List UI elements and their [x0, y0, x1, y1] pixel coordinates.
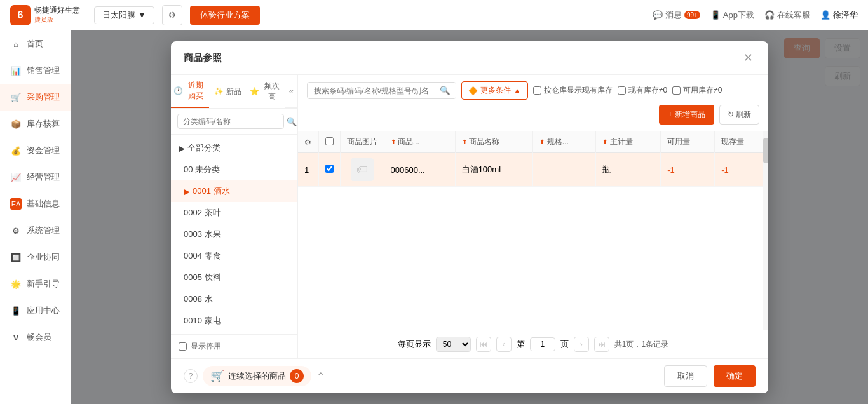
cat-tab-recent[interactable]: 🕐 近期购买 — [171, 75, 209, 108]
sort-icon-code: ⬆ — [391, 138, 396, 145]
left-sidebar: ⌂ 首页 📊 销售管理 🛒 采购管理 📦 库存核算 💰 资金管理 📈 经营管理 … — [0, 30, 71, 404]
th-spec[interactable]: ⬆ 规格... — [533, 131, 596, 153]
filter-icon: 🔶 — [468, 86, 478, 95]
home-icon: ⌂ — [10, 38, 22, 50]
cancel-button[interactable]: 取消 — [664, 365, 707, 387]
refresh-button[interactable]: ↻ 刷新 — [719, 105, 759, 125]
message-badge-item[interactable]: 💬 消息 99+ — [653, 10, 700, 21]
sidebar-item-sales[interactable]: 📊 销售管理 — [0, 57, 71, 84]
filter-button[interactable]: 🔶 更多条件 ▲ — [461, 81, 528, 100]
page-size-select[interactable]: 50 10 20 100 — [436, 337, 471, 352]
sidebar-item-system[interactable]: ⚙ 系统管理 — [0, 217, 71, 244]
operations-icon: 📈 — [10, 172, 22, 183]
show-disabled-toggle[interactable]: 显示停用 — [171, 334, 297, 358]
trial-button[interactable]: 体验行业方案 — [190, 6, 260, 25]
sidebar-item-inventory[interactable]: 📦 库存核算 — [0, 111, 71, 137]
confirm-button[interactable]: 确定 — [714, 365, 756, 387]
td-num: 1 — [298, 153, 318, 187]
message-icon: 💬 — [653, 10, 663, 20]
cat-label-0001: 0001 酒水 — [193, 185, 230, 197]
product-table-wrap: ⚙ 商品图片 ⬆ 商品... — [298, 131, 768, 330]
sidebar-item-enterprise[interactable]: 🔲 企业协同 — [0, 244, 71, 271]
product-search-button[interactable]: 🔍 — [435, 83, 456, 98]
app-download-item[interactable]: 📱 App下载 — [710, 10, 754, 21]
cat-item-0001[interactable]: ▶ 0001 酒水 — [171, 180, 297, 202]
sidebar-item-purchase[interactable]: 🛒 采购管理 — [0, 84, 71, 111]
checkbox-available[interactable] — [672, 86, 681, 95]
th-check — [318, 131, 340, 153]
main-layout: ⌂ 首页 📊 销售管理 🛒 采购管理 📦 库存核算 💰 资金管理 📈 经营管理 … — [0, 30, 868, 404]
sidebar-item-home[interactable]: ⌂ 首页 — [0, 30, 71, 57]
row-checkbox[interactable] — [325, 165, 334, 173]
sidebar-item-apps[interactable]: 📱 应用中心 — [0, 297, 71, 324]
sidebar-label-system: 系统管理 — [27, 225, 60, 236]
page-number-input[interactable] — [530, 337, 555, 351]
th-code[interactable]: ⬆ 商品... — [384, 131, 455, 153]
cat-tab-frequent[interactable]: ⭐ 频次高 — [247, 75, 285, 108]
collapse-footer-button[interactable]: ⌃ — [316, 370, 325, 382]
sidebar-item-finance[interactable]: 💰 资金管理 — [0, 137, 71, 164]
cat-tab-new[interactable]: ✨ 新品 — [209, 75, 247, 108]
cat-tab-frequent-label: 频次高 — [262, 81, 283, 102]
th-name[interactable]: ⬆ 商品名称 — [455, 131, 533, 153]
gear-button[interactable]: ⚙ — [162, 5, 182, 25]
table-scrollbar[interactable] — [763, 131, 768, 330]
cat-item-0008[interactable]: 0008 水 — [171, 288, 297, 310]
sidebar-item-basic[interactable]: EA 基础信息 — [0, 191, 71, 217]
sidebar-label-finance: 资金管理 — [27, 145, 60, 156]
chevron-down-icon: ▼ — [138, 10, 146, 20]
checkbox-warehouse-label[interactable]: 按仓库显示现有库存 — [533, 85, 613, 96]
app-download-label: App下载 — [723, 10, 754, 21]
collapse-category-button[interactable]: « — [285, 75, 297, 108]
checkbox-stock[interactable] — [618, 86, 626, 95]
select-all-checkbox[interactable] — [325, 137, 334, 145]
cat-item-0004[interactable]: 0004 零食 — [171, 245, 297, 267]
filter-arrow-icon: ▲ — [513, 86, 521, 95]
sidebar-item-operations[interactable]: 📈 经营管理 — [0, 164, 71, 191]
checkbox-available-label[interactable]: 可用库存≠0 — [672, 85, 722, 96]
help-button[interactable]: ? — [184, 369, 198, 383]
nav-dropdown[interactable]: 日太阳膜 ▼ — [94, 6, 154, 24]
product-modal: 商品参照 ✕ 🕐 近期购买 ✨ — [171, 41, 768, 393]
cat-item-00[interactable]: 00 未分类 — [171, 159, 297, 180]
table-row[interactable]: 1 🏷 000600... 白酒100ml — [298, 153, 768, 187]
message-label: 消息 — [665, 10, 682, 21]
show-disabled-checkbox[interactable] — [179, 342, 187, 351]
online-service-item[interactable]: 🎧 在线客服 — [764, 10, 810, 21]
guide-icon: 🌟 — [10, 278, 22, 290]
cart-area[interactable]: 🛒 连续选择的商品 0 — [203, 366, 311, 386]
cat-item-0003[interactable]: 0003 水果 — [171, 224, 297, 245]
next-page-button[interactable]: › — [574, 337, 589, 352]
prev-page-button[interactable]: ‹ — [496, 337, 512, 352]
category-search-input[interactable] — [177, 114, 284, 129]
last-page-button[interactable]: ⏭ — [594, 337, 609, 352]
cat-item-all[interactable]: ▶ 全部分类 — [171, 137, 297, 159]
system-icon: ⚙ — [10, 225, 22, 236]
cat-tab-recent-label: 近期购买 — [186, 80, 207, 102]
cat-arrow-all: ▶ — [179, 144, 185, 153]
logo-text: 畅捷通好生意 — [34, 6, 80, 16]
td-name: 白酒100ml — [455, 153, 533, 187]
product-search-box: 🔍 — [307, 82, 456, 99]
th-unit[interactable]: ⬆ 主计量 — [596, 131, 661, 153]
checkbox-stock-label[interactable]: 现有库存≠0 — [618, 85, 667, 96]
sidebar-label-guide: 新手引导 — [27, 278, 60, 290]
category-search-icon[interactable]: 🔍 — [287, 117, 297, 126]
user-area[interactable]: 👤 徐泽华 — [820, 10, 858, 21]
sidebar-item-guide[interactable]: 🌟 新手引导 — [0, 271, 71, 297]
td-available: -1 — [661, 153, 715, 187]
checkbox-warehouse[interactable] — [533, 86, 541, 95]
first-page-button[interactable]: ⏮ — [476, 337, 491, 352]
cat-item-0010[interactable]: 0010 家电 — [171, 310, 297, 332]
cat-label-00: 00 未分类 — [184, 164, 220, 175]
th-settings[interactable]: ⚙ — [298, 131, 318, 153]
product-search-input[interactable] — [308, 83, 435, 98]
cat-item-0005[interactable]: 0005 饮料 — [171, 267, 297, 288]
content-area: 查询 设置 刷新 商品参照 ✕ — [71, 30, 868, 404]
pagination-bar: 每页显示 50 10 20 100 ⏮ ‹ 第 页 — [298, 330, 768, 358]
add-product-button[interactable]: + 新增商品 — [659, 105, 714, 125]
modal-close-button[interactable]: ✕ — [740, 50, 756, 65]
sidebar-item-member[interactable]: V 畅会员 — [0, 324, 71, 351]
product-toolbar: 🔍 🔶 更多条件 ▲ 按仓库显示现有库存 — [298, 75, 768, 131]
cat-item-0002[interactable]: 0002 茶叶 — [171, 202, 297, 224]
